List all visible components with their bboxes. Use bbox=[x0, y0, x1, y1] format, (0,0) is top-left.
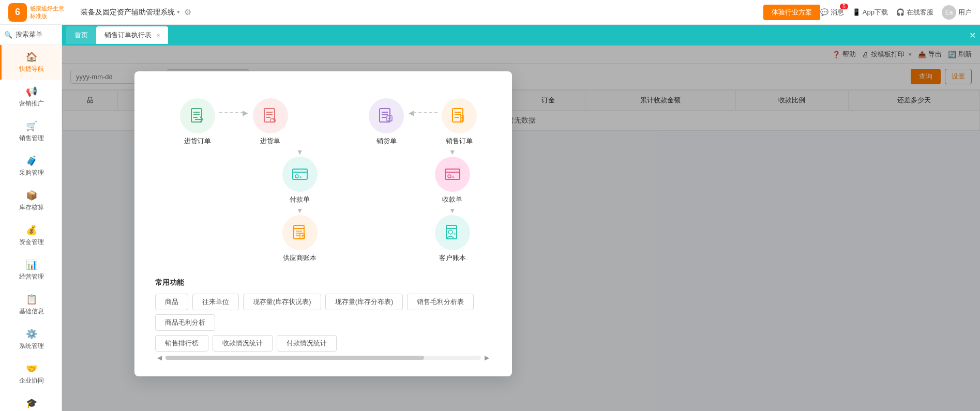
node-customer-account[interactable]: 客户账本 bbox=[424, 215, 481, 263]
common-functions: 常用功能 商品 往来单位 现存量(库存状况表) 现存量(库存分布表) 销售毛利分… bbox=[155, 278, 491, 352]
message-btn[interactable]: 💬 消息 5 bbox=[820, 8, 844, 17]
sidebar-item-purchase[interactable]: 🧳 采购管理 bbox=[0, 149, 62, 184]
main-content: ❓ 帮助 🖨 按模板打印 ▾ 📤 导出 🔄 刷新 bbox=[62, 45, 980, 411]
top-header: 6 畅康通好生意 标准版 装备及固定资产辅助管理系统 ▾ ⚙ 体验行业方案 💬 … bbox=[0, 0, 980, 25]
node-purchase[interactable]: 进货单 bbox=[248, 98, 292, 146]
headset-icon: 🎧 bbox=[896, 8, 904, 16]
basic-info-icon: 📋 bbox=[26, 294, 37, 305]
tab-bar-close-icon[interactable]: ✕ bbox=[969, 31, 976, 40]
avatar: Ea bbox=[942, 5, 956, 20]
function-btns-row2: 销售排行榜 收款情况统计 付款情况统计 bbox=[155, 335, 491, 352]
logo-icon: 6 bbox=[8, 3, 27, 22]
main-layout: 🔍 搜索菜单 🏠 快捷导航 📢 营销推广 🛒 销售管理 🧳 采购管理 📦 库存核… bbox=[0, 25, 980, 411]
system-title: 装备及固定资产辅助管理系统 ▾ ⚙ bbox=[81, 7, 759, 17]
newcomer-icon: 🎓 bbox=[26, 398, 37, 409]
sidebar-item-enterprise[interactable]: 🤝 企业协同 bbox=[0, 357, 62, 391]
logo-text: 畅康通好生意 标准版 bbox=[30, 5, 64, 20]
node-supplier-account[interactable]: 供应商账本 bbox=[271, 215, 328, 263]
inventory-icon: 📦 bbox=[26, 190, 37, 201]
flow-diagram: 进货订单 ▶ bbox=[155, 88, 491, 268]
sales-icon: 🛒 bbox=[26, 120, 37, 132]
scrollbar-thumb[interactable] bbox=[165, 356, 424, 360]
operations-icon: 📊 bbox=[26, 259, 37, 270]
sidebar-search[interactable]: 🔍 搜索菜单 bbox=[0, 25, 62, 45]
modal-scrollbar-wrap: ◀ ▶ bbox=[155, 352, 491, 360]
receipt-icon: ¥ bbox=[435, 157, 470, 192]
header-right: 💬 消息 5 📱 App下载 🎧 在线客服 Ea 用户 bbox=[820, 5, 972, 20]
system-icon: ⚙️ bbox=[26, 328, 37, 340]
message-icon: 💬 bbox=[820, 8, 828, 16]
func-btn-5[interactable]: 商品毛利分析 bbox=[155, 314, 215, 331]
func-btn-1[interactable]: 往来单位 bbox=[192, 294, 239, 310]
func-btn-8[interactable]: 付款情况统计 bbox=[277, 335, 337, 352]
app-download-btn[interactable]: 📱 App下载 bbox=[852, 8, 888, 17]
svg-text:¥: ¥ bbox=[299, 175, 302, 179]
scrollbar-track bbox=[165, 356, 481, 360]
flow-arrows-row: ▼ ▼ bbox=[165, 148, 481, 157]
svg-rect-31 bbox=[294, 225, 304, 239]
scrollbar-left-btn[interactable]: ◀ bbox=[157, 354, 162, 361]
online-service-btn[interactable]: 🎧 在线客服 bbox=[896, 8, 933, 17]
func-btn-7[interactable]: 收款情况统计 bbox=[213, 335, 273, 352]
purchase-icon bbox=[253, 98, 288, 133]
sidebar: 🔍 搜索菜单 🏠 快捷导航 📢 营销推广 🛒 销售管理 🧳 采购管理 📦 库存核… bbox=[0, 25, 62, 411]
flow-row-3: 供应商账本 bbox=[165, 215, 481, 263]
func-btn-3[interactable]: 现存量(库存分布表) bbox=[325, 294, 403, 310]
search-icon: 🔍 bbox=[4, 31, 12, 39]
function-btns: 商品 往来单位 现存量(库存状况表) 现存量(库存分布表) 销售毛利分析表 商品… bbox=[155, 294, 491, 331]
sidebar-item-basic-info[interactable]: 📋 基础信息 bbox=[0, 287, 62, 322]
func-btn-6[interactable]: 销售排行榜 bbox=[155, 335, 208, 352]
svg-point-25 bbox=[295, 175, 298, 178]
modal-dialog: 进货订单 ▶ bbox=[134, 71, 512, 376]
h-arrow-2: ◀ bbox=[409, 109, 438, 117]
node-receipt[interactable]: ¥ 收款单 bbox=[424, 157, 481, 204]
tab-sales-order[interactable]: 销售订单执行表 × bbox=[96, 26, 168, 44]
home-icon: 🏠 bbox=[26, 51, 37, 63]
marketing-icon: 📢 bbox=[26, 86, 37, 97]
payment-icon: ¥ bbox=[282, 157, 318, 192]
svg-point-29 bbox=[448, 175, 451, 178]
tab-bar: 首页 销售订单执行表 × ✕ bbox=[62, 25, 980, 45]
node-sales[interactable]: 销货单 bbox=[365, 98, 408, 146]
customer-account-icon bbox=[435, 215, 470, 250]
content-area: 首页 销售订单执行表 × ✕ ❓ 帮助 🖨 按模板打印 ▾ bbox=[62, 25, 980, 411]
tab-close-icon[interactable]: × bbox=[157, 32, 160, 38]
sidebar-item-inventory[interactable]: 📦 库存核算 bbox=[0, 184, 62, 218]
purchase-icon: 🧳 bbox=[26, 155, 37, 166]
sales-order-icon bbox=[442, 98, 477, 133]
node-payment[interactable]: ¥ 付款单 bbox=[271, 157, 328, 204]
func-btn-0[interactable]: 商品 bbox=[155, 294, 188, 310]
sidebar-item-sales[interactable]: 🛒 销售管理 bbox=[0, 114, 62, 149]
sidebar-item-finance[interactable]: 💰 资金管理 bbox=[0, 218, 62, 253]
svg-text:¥: ¥ bbox=[451, 175, 455, 179]
finance-icon: 💰 bbox=[26, 224, 37, 236]
sidebar-item-newcomer[interactable]: 🎓 新手引导 bbox=[0, 391, 62, 411]
h-arrow-1: ▶ bbox=[219, 109, 248, 117]
func-btn-4[interactable]: 销售毛利分析表 bbox=[407, 294, 474, 310]
flow-arrows-row2: ▼ ▼ bbox=[165, 206, 481, 215]
phone-icon: 📱 bbox=[852, 8, 861, 16]
node-purchase-order[interactable]: 进货订单 bbox=[176, 98, 219, 146]
node-sales-order[interactable]: 销售订单 bbox=[438, 98, 481, 146]
message-badge: 5 bbox=[840, 4, 848, 9]
gear-button[interactable]: ⚙ bbox=[184, 7, 191, 17]
sidebar-item-system[interactable]: ⚙️ 系统管理 bbox=[0, 322, 62, 357]
common-functions-title: 常用功能 bbox=[155, 278, 491, 287]
user-btn[interactable]: Ea 用户 bbox=[942, 5, 972, 20]
enterprise-icon: 🤝 bbox=[26, 363, 37, 374]
sidebar-item-marketing[interactable]: 📢 营销推广 bbox=[0, 80, 62, 114]
func-btn-2[interactable]: 现存量(库存状况表) bbox=[243, 294, 321, 310]
logo-area: 6 畅康通好生意 标准版 bbox=[8, 3, 70, 22]
system-dropdown-arrow[interactable]: ▾ bbox=[177, 9, 180, 16]
scrollbar-right-btn[interactable]: ▶ bbox=[485, 354, 489, 361]
svg-point-41 bbox=[448, 230, 453, 234]
supplier-account-icon bbox=[282, 215, 318, 250]
svg-point-42 bbox=[454, 233, 456, 235]
sidebar-item-operations[interactable]: 📊 经营管理 bbox=[0, 253, 62, 287]
sales-icon bbox=[369, 98, 404, 133]
try-button[interactable]: 体验行业方案 bbox=[763, 5, 820, 20]
sidebar-item-quick-nav[interactable]: 🏠 快捷导航 bbox=[0, 45, 62, 80]
tab-home[interactable]: 首页 bbox=[66, 26, 96, 44]
purchase-order-icon bbox=[180, 98, 215, 133]
modal-overlay[interactable]: 进货订单 ▶ bbox=[62, 45, 980, 411]
